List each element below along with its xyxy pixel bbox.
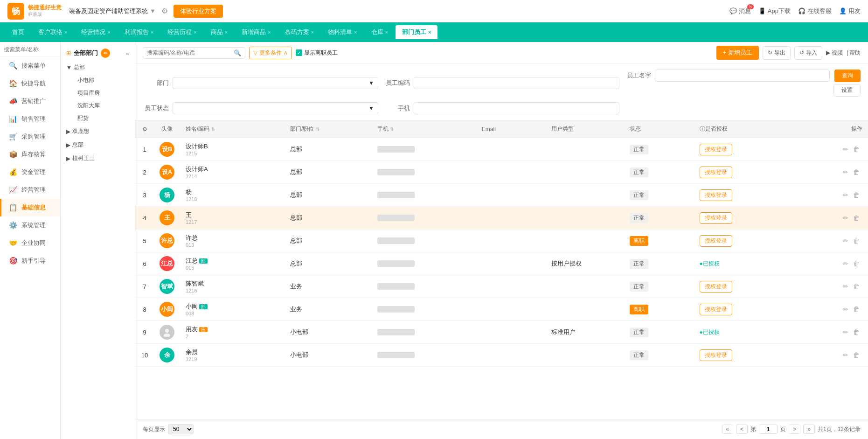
- online-service-button[interactable]: 🎧 在线客服: [798, 7, 832, 15]
- edit-button[interactable]: ✏: [843, 146, 848, 153]
- dept-item-xiaodibu[interactable]: 小电部: [61, 74, 135, 87]
- dept-item-zongbu2[interactable]: ▶ 总部: [61, 138, 135, 152]
- edit-button[interactable]: ✏: [843, 168, 848, 176]
- auth-login-button[interactable]: 授权登录: [700, 167, 732, 178]
- tab-addgoods[interactable]: 新增商品×: [235, 25, 277, 39]
- delete-button[interactable]: 🗑: [853, 260, 860, 267]
- col-dept[interactable]: 部门/职位 ⇅: [285, 120, 372, 138]
- tab-close-profit[interactable]: ×: [151, 29, 153, 35]
- delete-button[interactable]: 🗑: [853, 191, 860, 199]
- auth-login-button[interactable]: 授权登录: [700, 281, 732, 293]
- tab-employee[interactable]: 部门员工×: [396, 25, 437, 39]
- tab-close-history[interactable]: ×: [194, 29, 196, 35]
- sidebar-item-guide[interactable]: 🎯新手引导: [0, 252, 60, 270]
- filter-status-select[interactable]: ▼: [173, 102, 378, 114]
- delete-button[interactable]: 🗑: [853, 283, 860, 290]
- edit-button[interactable]: ✏: [843, 214, 848, 222]
- help-button[interactable]: | 帮助: [847, 49, 861, 57]
- col-phone[interactable]: 手机 ⇅: [372, 120, 476, 138]
- edit-button[interactable]: ✏: [843, 306, 848, 313]
- dept-collapse-icon[interactable]: «: [126, 50, 129, 57]
- trial-button[interactable]: 体验行业方案: [174, 5, 223, 18]
- last-page-button[interactable]: »: [803, 425, 815, 434]
- next-page-button[interactable]: >: [789, 425, 800, 434]
- tab-close-customer[interactable]: ×: [64, 29, 67, 35]
- sidebar-item-bizmanage[interactable]: 📈经营管理: [0, 181, 60, 199]
- dept-item-shuanglu[interactable]: ▶ 双鹿想: [61, 125, 135, 138]
- message-button[interactable]: 💬 消息 5: [729, 7, 751, 15]
- title-dropdown-icon[interactable]: ▼: [150, 7, 156, 14]
- reset-button[interactable]: 设置: [833, 84, 861, 97]
- tab-home[interactable]: 首页: [6, 25, 31, 39]
- sidebar-item-purchase[interactable]: 🛒采购管理: [0, 128, 60, 146]
- tab-history[interactable]: 经营历程×: [161, 25, 203, 39]
- delete-button[interactable]: 🗑: [853, 168, 860, 176]
- filter-dept-select[interactable]: ▼: [173, 77, 378, 89]
- dept-item-shenyang[interactable]: 沈阳大库: [61, 99, 135, 112]
- sidebar-item-system[interactable]: ⚙️系统管理: [0, 216, 60, 234]
- search-input[interactable]: [147, 49, 231, 56]
- view-button[interactable]: ▶ 视频: [826, 49, 843, 57]
- tab-close-employee[interactable]: ×: [428, 29, 431, 35]
- sidebar-item-finance[interactable]: 💰资金管理: [0, 163, 60, 181]
- tab-bom[interactable]: 物料清单×: [321, 25, 363, 39]
- search-icon[interactable]: 🔍: [234, 49, 241, 56]
- sidebar-item-inventory[interactable]: 📦库存核算: [0, 146, 60, 163]
- delete-button[interactable]: 🗑: [853, 146, 860, 153]
- edit-button[interactable]: ✏: [843, 191, 848, 199]
- sidebar-search-input[interactable]: [4, 46, 61, 53]
- sidebar-item-search[interactable]: 🔍搜索菜单: [0, 57, 60, 75]
- auth-login-button[interactable]: 授权登录: [700, 304, 732, 315]
- tab-close-addgoods[interactable]: ×: [268, 29, 271, 35]
- tab-goods[interactable]: 商品×: [204, 25, 234, 39]
- filter-phone-input[interactable]: [414, 102, 619, 114]
- first-page-button[interactable]: «: [722, 425, 734, 434]
- delete-button[interactable]: 🗑: [853, 351, 860, 359]
- edit-button[interactable]: ✏: [843, 260, 848, 267]
- tab-close-bom[interactable]: ×: [354, 29, 357, 35]
- delete-button[interactable]: 🗑: [853, 237, 860, 244]
- export-button[interactable]: ↻ 导出: [763, 46, 791, 60]
- tab-close-barcode[interactable]: ×: [311, 29, 314, 35]
- edit-button[interactable]: ✏: [843, 237, 848, 244]
- delete-button[interactable]: 🗑: [853, 214, 860, 222]
- app-download-button[interactable]: 📱 App下载: [758, 7, 791, 15]
- col-name[interactable]: 姓名/编码 ⇅: [180, 120, 285, 138]
- add-employee-button[interactable]: + 新增员工: [716, 46, 759, 60]
- tab-profit[interactable]: 利润报告×: [118, 25, 160, 39]
- import-button[interactable]: ↺ 导入: [794, 46, 822, 60]
- prev-page-button[interactable]: <: [736, 425, 748, 434]
- per-page-select[interactable]: 50 100: [168, 424, 194, 434]
- edit-button[interactable]: ✏: [843, 283, 848, 290]
- sidebar-item-collab[interactable]: 🤝企业协同: [0, 234, 60, 252]
- col-settings[interactable]: ⚙: [135, 120, 154, 138]
- filter-empname-input[interactable]: [655, 70, 830, 82]
- query-button[interactable]: 查询: [834, 70, 861, 82]
- auth-login-button[interactable]: 授权登录: [700, 349, 732, 361]
- more-filter-button[interactable]: ▽ 更多条件 ∧: [249, 47, 292, 59]
- sidebar-item-sales[interactable]: 📊销售管理: [0, 110, 60, 128]
- auth-login-button[interactable]: 授权登录: [700, 235, 732, 247]
- sidebar-item-marketing[interactable]: 📣营销推广: [0, 92, 60, 110]
- dept-item-zongbu-parent[interactable]: ▼ 总部: [61, 61, 135, 74]
- auth-login-button[interactable]: 授权登录: [700, 144, 732, 155]
- dept-item-zhishu[interactable]: ▶ 植树王三: [61, 152, 135, 165]
- dept-edit-button[interactable]: ✏: [101, 49, 110, 58]
- user-menu[interactable]: 👤 用友: [839, 7, 861, 15]
- show-resigned-toggle[interactable]: ✓ 显示离职员工: [296, 49, 338, 57]
- sidebar-item-basic[interactable]: 📋基础信息: [0, 199, 60, 216]
- delete-button[interactable]: 🗑: [853, 328, 860, 336]
- tab-operation[interactable]: 经营情况×: [75, 25, 117, 39]
- settings-icon[interactable]: ⚙: [161, 7, 168, 15]
- filter-empcode-input[interactable]: [414, 77, 619, 89]
- tab-customer[interactable]: 客户联络×: [32, 25, 74, 39]
- auth-login-button[interactable]: 授权登录: [700, 189, 732, 201]
- tab-barcode[interactable]: 条码方案×: [278, 25, 320, 39]
- tab-warehouse[interactable]: 仓库×: [365, 25, 395, 39]
- edit-button[interactable]: ✏: [843, 328, 848, 336]
- delete-button[interactable]: 🗑: [853, 306, 860, 313]
- tab-close-goods[interactable]: ×: [225, 29, 228, 35]
- page-input[interactable]: [759, 425, 778, 434]
- auth-login-button[interactable]: 授权登录: [700, 212, 732, 224]
- tab-close-warehouse[interactable]: ×: [385, 29, 388, 35]
